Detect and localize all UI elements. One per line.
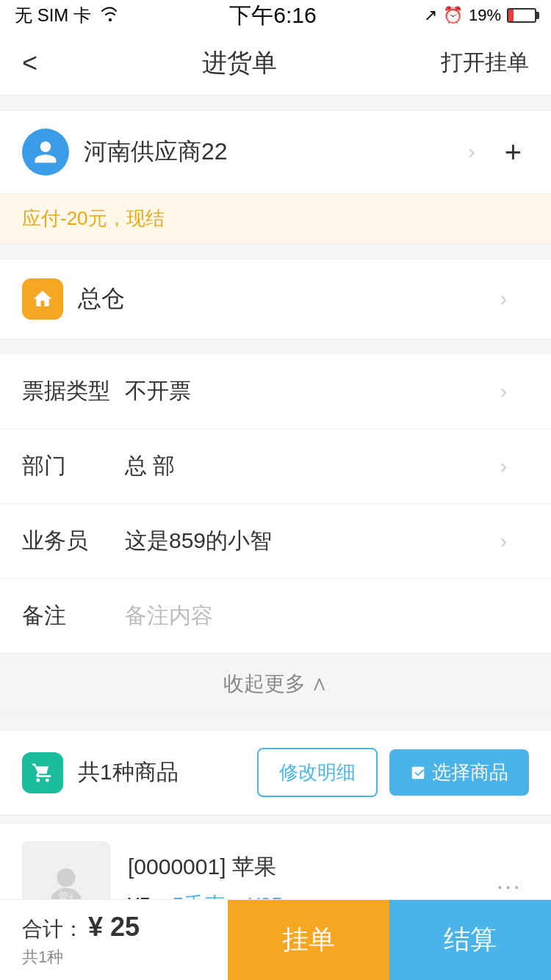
add-button[interactable]: +: [497, 136, 529, 169]
edit-details-button[interactable]: 修改明细: [257, 748, 378, 797]
remark-label: 备注: [22, 601, 118, 631]
supplier-avatar: [22, 129, 69, 176]
select-product-label: 选择商品: [432, 760, 508, 785]
products-count: 共1种商品: [78, 757, 257, 788]
remark-value[interactable]: 备注内容: [118, 601, 529, 631]
alarm-icon: ⏰: [443, 6, 463, 25]
status-right: ↗ ⏰ 19%: [424, 6, 536, 25]
total-count: 共1种: [22, 946, 206, 968]
supplier-row[interactable]: 河南供应商22 › +: [0, 111, 551, 194]
product-title: 苹果: [232, 854, 276, 879]
suspend-label: 挂单: [282, 922, 335, 958]
product-id: [0000001]: [128, 854, 232, 879]
salesperson-value: 这是859的小智: [118, 526, 500, 556]
status-bar: 无 SIM 卡 下午6:16 ↗ ⏰ 19%: [0, 0, 551, 31]
header: < 进货单 打开挂单: [0, 31, 551, 96]
department-row[interactable]: 部门 总 部 ›: [0, 429, 551, 504]
status-time: 下午6:16: [229, 1, 316, 31]
remark-row[interactable]: 备注 备注内容: [0, 579, 551, 653]
warehouse-section: 总仓 ›: [0, 259, 551, 339]
warehouse-chevron-icon: ›: [500, 287, 507, 311]
suspend-button[interactable]: 挂单: [228, 900, 389, 981]
products-icon-container: [22, 752, 63, 793]
battery-percentage: 19%: [469, 6, 501, 25]
page-title: 进货单: [202, 46, 277, 80]
notice-bar: 应付-20元，现结: [0, 194, 551, 243]
select-product-icon: [410, 765, 426, 781]
bottom-bar: 合计： ¥ 25 共1种 挂单 结算: [0, 899, 551, 980]
invoice-label: 票据类型: [22, 376, 118, 406]
products-header: 共1种商品 修改明细 选择商品: [0, 729, 551, 815]
carrier-text: 无 SIM 卡: [15, 4, 91, 27]
total-amount: ¥ 25: [88, 912, 140, 943]
warehouse-icon: [32, 288, 54, 310]
back-button[interactable]: <: [22, 48, 37, 79]
total-section: 合计： ¥ 25 共1种: [0, 912, 228, 968]
invoice-row[interactable]: 票据类型 不开票 ›: [0, 354, 551, 429]
department-label: 部门: [22, 451, 118, 481]
warehouse-row[interactable]: 总仓 ›: [0, 259, 551, 339]
supplier-section: 河南供应商22 › + 应付-20元，现结: [0, 110, 551, 244]
checkout-button[interactable]: 结算: [389, 900, 551, 981]
salesperson-chevron-icon: ›: [500, 530, 507, 553]
department-value: 总 部: [118, 451, 500, 481]
wifi-icon: [98, 5, 122, 26]
select-product-button[interactable]: 选择商品: [389, 749, 529, 796]
checkout-label: 结算: [444, 922, 497, 958]
product-name: [0000001] 苹果: [128, 852, 489, 882]
invoice-value: 不开票: [118, 376, 500, 406]
salesperson-row[interactable]: 业务员 这是859的小智 ›: [0, 504, 551, 579]
salesperson-label: 业务员: [22, 526, 118, 556]
total-prefix: 合计：: [22, 915, 84, 943]
cart-icon: [32, 762, 54, 784]
department-chevron-icon: ›: [500, 455, 507, 478]
svg-point-1: [57, 868, 75, 887]
invoice-chevron-icon: ›: [500, 380, 507, 403]
open-pending-button[interactable]: 打开挂单: [441, 48, 529, 78]
notice-text: 应付-20元，现结: [22, 207, 165, 229]
warehouse-name: 总仓: [78, 283, 500, 315]
svg-point-0: [109, 18, 112, 21]
total-label: 合计： ¥ 25: [22, 912, 206, 943]
status-left: 无 SIM 卡: [15, 4, 122, 27]
collapse-bar[interactable]: 收起更多 ∧: [0, 653, 551, 715]
location-icon: ↗: [424, 6, 437, 25]
battery-icon: [507, 8, 536, 23]
supplier-chevron-icon: ›: [468, 140, 475, 164]
warehouse-icon-container: [22, 278, 63, 320]
collapse-label: 收起更多 ∧: [223, 672, 328, 695]
supplier-name: 河南供应商22: [84, 136, 468, 168]
product-more-button[interactable]: ···: [489, 871, 529, 900]
form-section: 票据类型 不开票 › 部门 总 部 › 业务员 这是859的小智 › 备注 备注…: [0, 354, 551, 653]
user-icon: [32, 139, 59, 165]
